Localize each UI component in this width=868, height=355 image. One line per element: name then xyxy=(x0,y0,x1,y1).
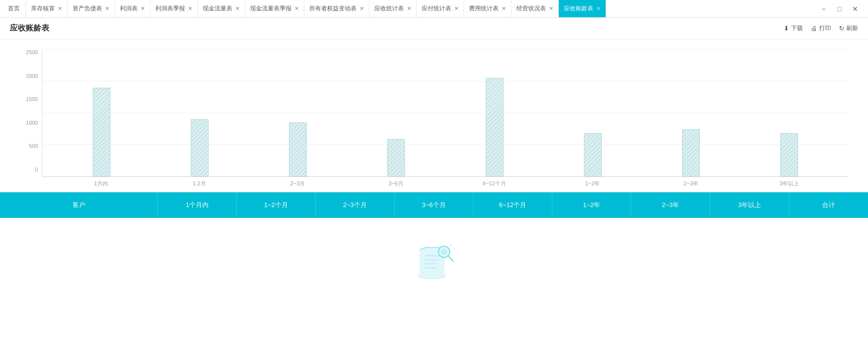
svg-point-10 xyxy=(453,242,454,243)
table-header: 客户1个月内1~2个月2~3个月3~6个月6~12个月1~2年2~3年3年以上合… xyxy=(0,192,868,218)
chart-bar xyxy=(289,122,307,177)
table-header-cell: 3~6个月 xyxy=(395,192,473,218)
table-header-cell: 1~2年 xyxy=(552,192,631,218)
chart-bar xyxy=(780,133,798,177)
tab-inventory[interactable]: 库存核算✕ xyxy=(26,0,68,18)
tab-close-ap-summary[interactable]: ✕ xyxy=(454,5,459,12)
tab-label: 现金流量表 xyxy=(203,4,232,13)
tab-expense[interactable]: 费用统计表✕ xyxy=(464,0,511,18)
print-action[interactable]: 🖨 打印 xyxy=(811,24,831,33)
tab-bar: 首页 库存核算✕资产负债表✕利润表✕利润表季报✕现金流量表✕现金流量表季报✕所有… xyxy=(0,0,868,18)
x-label: 1-2月 xyxy=(150,180,248,187)
bars-row xyxy=(42,49,848,177)
svg-point-6 xyxy=(441,248,447,255)
download-icon: ⬇ xyxy=(784,25,789,32)
table-header-cell: 客户 xyxy=(0,192,158,218)
main-content: 25002000150010005000 1月内1-2月2~3月3~6月6~12… xyxy=(0,39,868,355)
x-label: 6~12个月 xyxy=(445,180,543,187)
tab-label: 库存核算 xyxy=(31,4,55,13)
tab-profit[interactable]: 利润表✕ xyxy=(115,0,150,18)
print-label: 打印 xyxy=(819,24,831,33)
tab-close-expense[interactable]: ✕ xyxy=(502,5,506,12)
tab-close-balance[interactable]: ✕ xyxy=(105,5,109,12)
tab-label: 应收统计表 xyxy=(374,4,404,13)
y-label: 0 xyxy=(35,167,38,173)
tab-label: 所有者权益变动表 xyxy=(309,4,357,13)
chart-bar xyxy=(387,139,405,177)
table-header-cell: 1个月内 xyxy=(158,192,237,218)
table-header-cell: 1~2个月 xyxy=(237,192,316,218)
tab-actions: − □ ✕ xyxy=(817,2,866,16)
tab-ar-summary[interactable]: 应收统计表✕ xyxy=(369,0,417,18)
tab-label: 利润表 xyxy=(120,4,138,13)
tab-close-operation[interactable]: ✕ xyxy=(549,5,553,12)
chart-bar xyxy=(191,119,209,177)
svg-line-7 xyxy=(448,256,453,261)
svg-point-8 xyxy=(450,244,452,246)
tab-ar-aging[interactable]: 应收账龄表✕ xyxy=(559,0,606,18)
chart-area: 25002000150010005000 1月内1-2月2~3月3~6月6~12… xyxy=(0,39,868,192)
x-label: 1月内 xyxy=(52,180,150,187)
y-label: 2000 xyxy=(26,73,38,79)
bar-group xyxy=(780,133,798,177)
tab-close-profit-quarterly[interactable]: ✕ xyxy=(188,5,192,12)
bar-group xyxy=(584,133,602,177)
tab-label: 现金流量表季报 xyxy=(250,4,291,13)
tab-close-profit[interactable]: ✕ xyxy=(141,5,145,12)
bar-group xyxy=(387,139,405,177)
page-title: 应收账龄表 xyxy=(10,23,49,34)
svg-point-9 xyxy=(454,248,455,249)
bar-group xyxy=(191,119,209,177)
x-label: 2~3月 xyxy=(249,180,347,187)
chart-bar xyxy=(486,78,504,177)
tab-label: 应收账龄表 xyxy=(564,4,593,13)
table-header-cell: 6~12个月 xyxy=(473,192,552,218)
bar-group xyxy=(93,88,110,177)
tab-close-ar-aging[interactable]: ✕ xyxy=(596,5,601,12)
bar-group xyxy=(289,122,307,177)
y-label: 1000 xyxy=(26,120,38,126)
download-action[interactable]: ⬇ 下载 xyxy=(784,24,803,33)
empty-illustration xyxy=(409,238,459,282)
tab-close-cashflow[interactable]: ✕ xyxy=(235,5,240,12)
table-header-cell: 2~3年 xyxy=(631,192,710,218)
bar-chart: 25002000150010005000 1月内1-2月2~3月3~6月6~12… xyxy=(20,49,848,187)
x-label: 3~6月 xyxy=(347,180,445,187)
tab-close-inventory[interactable]: ✕ xyxy=(58,5,62,12)
tab-close-ar-summary[interactable]: ✕ xyxy=(407,5,411,12)
table-header-cell: 合计 xyxy=(789,192,868,218)
table-header-cell: 2~3个月 xyxy=(316,192,395,218)
x-label: 1~2年 xyxy=(543,180,642,187)
download-label: 下载 xyxy=(791,24,803,33)
chart-bar xyxy=(682,129,700,177)
y-label: 1500 xyxy=(26,96,38,102)
tab-home[interactable]: 首页 xyxy=(2,0,26,18)
maximize-button[interactable]: □ xyxy=(832,2,846,16)
bar-group xyxy=(486,78,504,177)
tab-operation[interactable]: 经营状况表✕ xyxy=(511,0,559,18)
tab-close-cashflow-quarterly[interactable]: ✕ xyxy=(294,5,299,12)
chart-grid xyxy=(42,49,848,177)
tab-label: 利润表季报 xyxy=(155,4,185,13)
refresh-action[interactable]: ↻ 刷新 xyxy=(839,24,858,33)
tab-close-equity[interactable]: ✕ xyxy=(360,5,364,12)
tab-balance[interactable]: 资产负债表✕ xyxy=(68,0,115,18)
chart-bar xyxy=(584,133,602,177)
table-header-cell: 3年以上 xyxy=(710,192,789,218)
refresh-label: 刷新 xyxy=(846,24,858,33)
tab-home-label: 首页 xyxy=(8,4,20,13)
refresh-icon: ↻ xyxy=(839,25,844,32)
tab-label: 资产负债表 xyxy=(72,4,102,13)
y-label: 500 xyxy=(29,143,38,149)
tab-ap-summary[interactable]: 应付统计表✕ xyxy=(417,0,464,18)
minimize-button[interactable]: − xyxy=(817,2,831,16)
tab-label: 应付统计表 xyxy=(422,4,451,13)
close-window-button[interactable]: ✕ xyxy=(848,2,862,16)
tab-equity[interactable]: 所有者权益变动表✕ xyxy=(304,0,369,18)
tab-cashflow-quarterly[interactable]: 现金流量表季报✕ xyxy=(245,0,304,18)
bar-group xyxy=(682,129,700,177)
chart-bar xyxy=(93,88,110,177)
tab-profit-quarterly[interactable]: 利润表季报✕ xyxy=(150,0,198,18)
page-header: 应收账龄表 ⬇ 下载 🖨 打印 ↻ 刷新 xyxy=(0,18,868,39)
tab-cashflow[interactable]: 现金流量表✕ xyxy=(198,0,245,18)
